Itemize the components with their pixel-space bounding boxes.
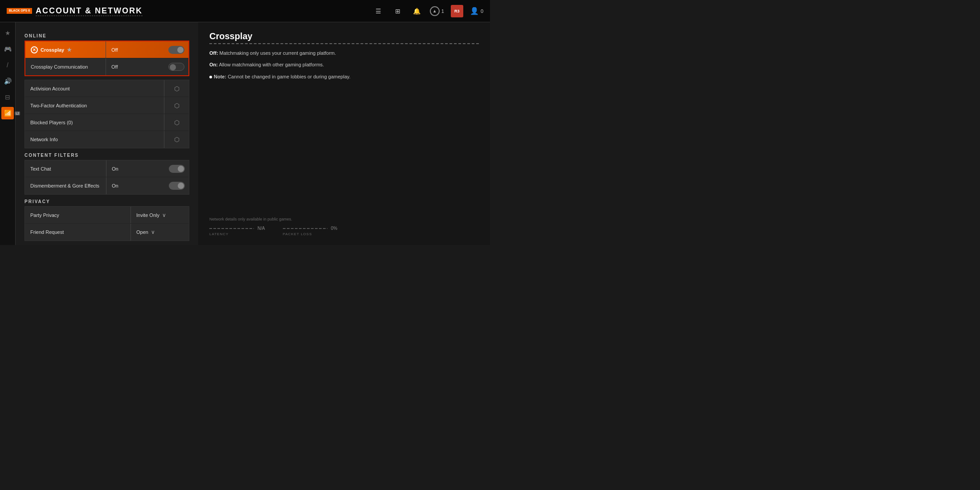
two-factor-auth-name: Two-Factor Authentication xyxy=(25,103,164,108)
account-group: Activision Account ⬡ Two-Factor Authenti… xyxy=(24,80,189,148)
header-icons: ☰ ⊞ 🔔 ▲ 1 R3 👤 0 xyxy=(372,5,483,17)
online-group: ✕ Crossplay ★ Off xyxy=(24,41,189,76)
friend-request-row[interactable]: Friend Request Open ∨ xyxy=(25,224,189,241)
network-info-row[interactable]: Network Info ⬡ xyxy=(25,131,189,148)
game-logo: BLACK OPS 6 xyxy=(7,8,32,13)
network-info-action: ⬡ xyxy=(164,136,189,143)
settings-panel: ONLINE ✕ Crossplay ★ Off xyxy=(16,22,198,245)
two-factor-auth-action: ⬡ xyxy=(164,102,189,109)
notifications-icon[interactable]: 🔔 xyxy=(411,5,423,17)
two-factor-auth-row[interactable]: Two-Factor Authentication ⬡ xyxy=(25,97,189,114)
packet-loss-bar-container: 0% xyxy=(283,226,337,231)
friend-request-dropdown[interactable]: Open ∨ xyxy=(136,229,155,235)
content-filters-label: CONTENT FILTERS xyxy=(24,153,189,158)
header: BLACK OPS 6 ACCOUNT & NETWORK ☰ ⊞ 🔔 ▲ 1 … xyxy=(0,0,490,22)
party-privacy-dropdown[interactable]: Invite Only ∨ xyxy=(136,212,166,218)
crossplay-toggle[interactable] xyxy=(168,46,184,54)
crossplay-communication-toggle-container xyxy=(164,63,188,71)
activision-account-row[interactable]: Activision Account ⬡ xyxy=(25,80,189,97)
r3-button[interactable]: R3 xyxy=(451,5,463,17)
sidebar-item-network[interactable]: 📶 xyxy=(1,107,14,119)
crossplay-value: Off xyxy=(106,47,164,53)
blocked-players-action: ⬡ xyxy=(164,119,189,126)
privacy-group: Party Privacy Invite Only ∨ Friend Reque… xyxy=(24,206,189,241)
friends-count: 0 xyxy=(481,8,483,14)
spacer xyxy=(209,79,479,217)
crossplay-toggle-thumb xyxy=(177,47,184,53)
text-chat-row[interactable]: Text Chat On xyxy=(25,160,189,177)
latency-stat: N/A LATENCY xyxy=(209,226,265,236)
grid-view-icon[interactable]: ⊞ xyxy=(392,5,404,17)
dismemberment-name: Dismemberment & Gore Effects xyxy=(25,183,106,188)
online-section-label: ONLINE xyxy=(24,33,189,38)
blocked-players-name: Blocked Players (0) xyxy=(25,120,164,125)
packet-loss-value: 0% xyxy=(331,226,337,231)
external-link-icon: ⬡ xyxy=(174,85,180,92)
friends-icon: 👤 xyxy=(470,7,479,15)
x-circle-icon: ✕ xyxy=(31,46,38,53)
sidebar-item-interface[interactable]: ⊟ xyxy=(1,91,14,103)
content-filters-group: Text Chat On Dismemberment & Gore Effect xyxy=(24,160,189,195)
party-privacy-row[interactable]: Party Privacy Invite Only ∨ xyxy=(25,207,189,224)
info-on-description: On: Allow matchmaking with other gaming … xyxy=(209,61,479,69)
page-title: ACCOUNT & NETWORK xyxy=(36,6,143,16)
crossplay-communication-name: Crossplay Communication xyxy=(25,64,106,69)
activision-account-name: Activision Account xyxy=(25,86,164,91)
logo: BLACK OPS 6 ACCOUNT & NETWORK xyxy=(7,6,143,16)
external-link-icon-blocked: ⬡ xyxy=(174,119,180,126)
info-on-text: Allow matchmaking with other gaming plat… xyxy=(219,62,324,67)
note-label: Note: xyxy=(214,74,226,79)
info-note: Note: Cannot be changed in game lobbies … xyxy=(209,74,479,79)
info-on-label: On: xyxy=(209,62,218,67)
content-area: ONLINE ✕ Crossplay ★ Off xyxy=(16,22,490,245)
sidebar: ★ 🎮 / 🔊 ⊟ 📶 xyxy=(0,22,16,245)
bell-count: 1 xyxy=(441,8,444,14)
packet-loss-bar xyxy=(283,228,327,229)
sidebar-item-controller[interactable]: 🎮 xyxy=(1,43,14,55)
crossplay-communication-value: Off xyxy=(106,64,164,69)
text-chat-name: Text Chat xyxy=(25,166,106,172)
list-view-icon[interactable]: ☰ xyxy=(372,5,385,17)
sidebar-item-favorites[interactable]: ★ xyxy=(1,27,14,39)
dismemberment-toggle-thumb xyxy=(178,183,184,189)
info-panel: Crossplay Off: Matchmaking only uses you… xyxy=(198,22,490,245)
privacy-section-label: PRIVACY xyxy=(24,199,189,204)
crossplay-communication-toggle[interactable] xyxy=(168,63,184,71)
sidebar-item-video[interactable]: / xyxy=(1,59,14,71)
crossplay-toggle-container xyxy=(164,46,188,54)
crossplay-communication-toggle-thumb xyxy=(170,64,176,70)
latency-label: LATENCY xyxy=(209,232,265,236)
network-note: Network details only available in public… xyxy=(209,217,479,221)
crossplay-name: ✕ Crossplay ★ xyxy=(25,46,106,53)
external-link-icon-network: ⬡ xyxy=(174,136,180,143)
dismemberment-toggle-container xyxy=(164,182,189,190)
crossplay-row[interactable]: ✕ Crossplay ★ Off xyxy=(25,41,188,58)
dismemberment-row[interactable]: Dismemberment & Gore Effects On xyxy=(25,177,189,194)
friend-request-name: Friend Request xyxy=(25,229,131,235)
dismemberment-toggle[interactable] xyxy=(169,182,185,190)
info-off-text: Matchmaking only uses your current gamin… xyxy=(220,50,336,56)
crossplay-star-icon: ★ xyxy=(67,47,72,53)
network-info-name: Network Info xyxy=(25,137,164,142)
dismemberment-value: On xyxy=(106,183,164,188)
info-off-description: Off: Matchmaking only uses your current … xyxy=(209,49,479,57)
friends-area: 👤 0 xyxy=(470,7,483,15)
sidebar-item-audio[interactable]: 🔊 xyxy=(1,75,14,87)
info-title: Crossplay xyxy=(209,31,479,44)
text-chat-value: On xyxy=(106,166,164,172)
party-privacy-value: Invite Only ∨ xyxy=(131,212,189,218)
packet-loss-stat: 0% PACKET LOSS xyxy=(283,226,337,236)
latency-value: N/A xyxy=(257,226,265,231)
main-layout: ★ 🎮 / 🔊 ⊟ 📶 ONLINE ✕ Crossplay ★ xyxy=(0,22,490,245)
crossplay-communication-row[interactable]: Crossplay Communication Off xyxy=(25,58,188,75)
party-privacy-chevron-down-icon: ∨ xyxy=(162,212,166,218)
friend-request-chevron-down-icon: ∨ xyxy=(151,229,155,235)
activision-account-action: ⬡ xyxy=(164,85,189,92)
blocked-players-row[interactable]: Blocked Players (0) ⬡ xyxy=(25,114,189,131)
party-privacy-name: Party Privacy xyxy=(25,212,131,218)
profile-badge-icon: ▲ xyxy=(430,6,440,16)
external-link-icon-2fa: ⬡ xyxy=(174,102,180,109)
text-chat-toggle[interactable] xyxy=(169,165,185,173)
text-chat-toggle-container xyxy=(164,165,189,173)
text-chat-toggle-thumb xyxy=(178,166,184,172)
